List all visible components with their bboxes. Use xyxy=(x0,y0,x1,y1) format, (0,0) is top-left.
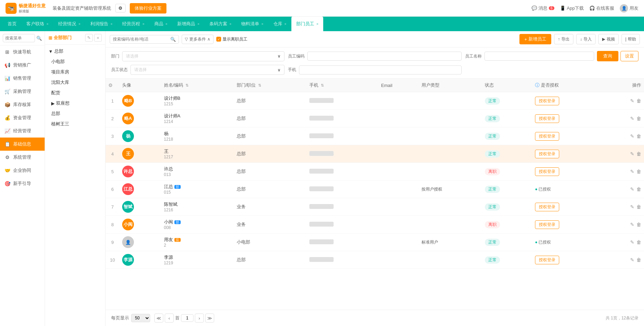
emp-name-input[interactable] xyxy=(484,52,594,61)
dept-node-shenyang[interactable]: 沈阳大库 xyxy=(45,77,105,88)
auth-login-button[interactable]: 授权登录 xyxy=(535,114,559,123)
tab-warehouse[interactable]: 仓库× xyxy=(269,17,291,31)
delete-button[interactable]: 🗑 xyxy=(636,116,641,121)
delete-button[interactable]: 🗑 xyxy=(636,133,641,139)
close-icon[interactable]: × xyxy=(46,22,48,26)
dept-node-small-elec[interactable]: 小电部 xyxy=(45,56,105,67)
sidebar-item-finance[interactable]: 💰 资金管理 xyxy=(0,111,45,124)
tab-dept-employee[interactable]: 部门员工× xyxy=(291,17,323,31)
dept-node-project-room[interactable]: 项目库房 xyxy=(45,67,105,77)
more-filter-button[interactable]: ▽ 更多条件 ∧ xyxy=(182,35,214,44)
online-service-action[interactable]: 🎧 在线客服 xyxy=(589,5,614,11)
sidebar-item-purchase[interactable]: 🛒 采购管理 xyxy=(0,85,45,98)
delete-button[interactable]: 🗑 xyxy=(636,186,641,192)
dept-node-shuangzuo[interactable]: ▶ 双座想 xyxy=(45,98,105,108)
dept-collapse-icon[interactable]: « xyxy=(94,34,102,42)
close-icon[interactable]: × xyxy=(284,22,287,26)
sidebar-search-input[interactable] xyxy=(3,34,35,42)
auth-login-button[interactable]: 授权登录 xyxy=(535,132,559,141)
page-size-select[interactable]: 50 20 100 xyxy=(131,314,150,322)
edit-button[interactable]: ✎ xyxy=(630,98,634,104)
auth-login-button[interactable]: 授权登录 xyxy=(535,97,559,105)
import-button[interactable]: ↓ 导入 xyxy=(576,34,596,44)
tab-barcode[interactable]: 条码方案× xyxy=(205,17,236,31)
gear-button[interactable]: ⚙ xyxy=(115,4,126,12)
sidebar-item-sales[interactable]: 📊 销售管理 xyxy=(0,72,45,85)
edit-button[interactable]: ✎ xyxy=(630,186,634,192)
delete-button[interactable]: 🗑 xyxy=(636,169,641,174)
auth-login-button[interactable]: 授权登录 xyxy=(535,203,559,211)
sidebar-item-inventory[interactable]: 📦 库存核算 xyxy=(0,98,45,111)
edit-button[interactable]: ✎ xyxy=(630,133,634,139)
tab-home[interactable]: 首页 xyxy=(3,17,21,31)
delete-button[interactable]: 🗑 xyxy=(636,204,641,210)
sidebar-item-quick-nav[interactable]: ⊞ 快速导航 xyxy=(0,45,45,59)
delete-button[interactable]: 🗑 xyxy=(636,222,641,227)
message-action[interactable]: 💬 消息 6 xyxy=(532,5,554,11)
phone-input[interactable] xyxy=(299,65,461,74)
tab-profit[interactable]: 利润报告× xyxy=(85,17,117,31)
close-icon[interactable]: × xyxy=(197,22,199,26)
auth-login-button[interactable]: 授权登录 xyxy=(535,150,559,158)
sidebar-item-basic-info[interactable]: 📋 基础信息 xyxy=(0,138,45,151)
close-icon[interactable]: × xyxy=(142,22,144,26)
first-page-btn[interactable]: ≪ xyxy=(154,314,163,323)
edit-button[interactable]: ✎ xyxy=(630,204,634,210)
filter-search-input[interactable] xyxy=(113,37,168,42)
dept-select[interactable]: 请选择 ∨ xyxy=(122,51,284,61)
sort-icon[interactable]: ⇅ xyxy=(258,83,261,87)
show-resigned-check[interactable]: ✓ 显示离职员工 xyxy=(216,36,247,42)
sidebar-item-guide[interactable]: 🎯 新手引导 xyxy=(0,177,45,190)
edit-button[interactable]: ✎ xyxy=(630,239,634,245)
edit-button[interactable]: ✎ xyxy=(630,151,634,157)
last-page-btn[interactable]: ≫ xyxy=(205,314,214,323)
delete-button[interactable]: 🗑 xyxy=(636,98,641,104)
dept-node-planting[interactable]: 植树王三 xyxy=(45,119,105,129)
sort-icon[interactable]: ⇅ xyxy=(185,83,189,87)
dept-node-zongbu[interactable]: 总部 xyxy=(45,108,105,119)
tab-bom[interactable]: 物料清单× xyxy=(236,17,268,31)
delete-button[interactable]: 🗑 xyxy=(636,257,641,263)
tab-history[interactable]: 经营历程× xyxy=(117,17,149,31)
export-button[interactable]: ↑ 导出 xyxy=(554,34,573,44)
app-download-action[interactable]: 📱 App下载 xyxy=(560,5,584,11)
edit-button[interactable]: ✎ xyxy=(630,257,634,263)
query-button[interactable]: 查询 xyxy=(597,51,618,61)
auth-login-button[interactable]: 授权登录 xyxy=(535,167,559,176)
dept-edit-icon[interactable]: ✎ xyxy=(85,34,93,42)
auth-login-button[interactable]: 授权登录 xyxy=(535,220,559,229)
trial-button[interactable]: 体验行业方案 xyxy=(130,3,166,14)
delete-button[interactable]: 🗑 xyxy=(636,151,641,157)
tab-goods[interactable]: 商品× xyxy=(149,17,172,31)
show-resigned-checkbox[interactable]: ✓ xyxy=(216,37,221,42)
sidebar-item-cooperation[interactable]: 🤝 企业协同 xyxy=(0,164,45,177)
close-icon[interactable]: × xyxy=(229,22,232,26)
edit-button[interactable]: ✎ xyxy=(630,169,634,174)
close-icon[interactable]: × xyxy=(110,22,112,26)
edit-button[interactable]: ✎ xyxy=(630,116,634,121)
setting-button[interactable]: 设置 xyxy=(620,51,638,61)
help-button[interactable]: | 帮助 xyxy=(622,34,640,44)
sort-icon[interactable]: ⇅ xyxy=(321,83,324,87)
delete-button[interactable]: 🗑 xyxy=(636,239,641,245)
close-icon[interactable]: × xyxy=(261,22,263,26)
next-page-btn[interactable]: › xyxy=(195,314,204,323)
close-icon[interactable]: × xyxy=(165,22,167,26)
sidebar-item-system[interactable]: ⚙ 系统管理 xyxy=(0,151,45,164)
close-icon[interactable]: × xyxy=(316,22,318,26)
dept-node-headquarters[interactable]: ▼ 总部 xyxy=(45,46,105,56)
close-icon[interactable]: × xyxy=(78,22,80,26)
tab-operations[interactable]: 经营情况× xyxy=(53,17,85,31)
emp-code-input[interactable] xyxy=(307,52,461,61)
dept-node-peiho[interactable]: 配货 xyxy=(45,88,105,98)
settings-icon[interactable]: ⚙ xyxy=(108,82,113,88)
sidebar-item-operations[interactable]: 📈 经营管理 xyxy=(0,124,45,138)
prev-page-btn[interactable]: ‹ xyxy=(165,314,174,323)
tab-add-goods[interactable]: 新增商品× xyxy=(172,17,204,31)
add-employee-button[interactable]: + 新增员工 xyxy=(519,34,551,44)
user-action[interactable]: 👤 用友 xyxy=(620,4,638,12)
tab-customer[interactable]: 客户联络× xyxy=(21,17,53,31)
edit-button[interactable]: ✎ xyxy=(630,222,634,227)
page-input[interactable] xyxy=(181,314,193,322)
emp-status-select[interactable]: 请选择 ∨ xyxy=(130,65,284,75)
